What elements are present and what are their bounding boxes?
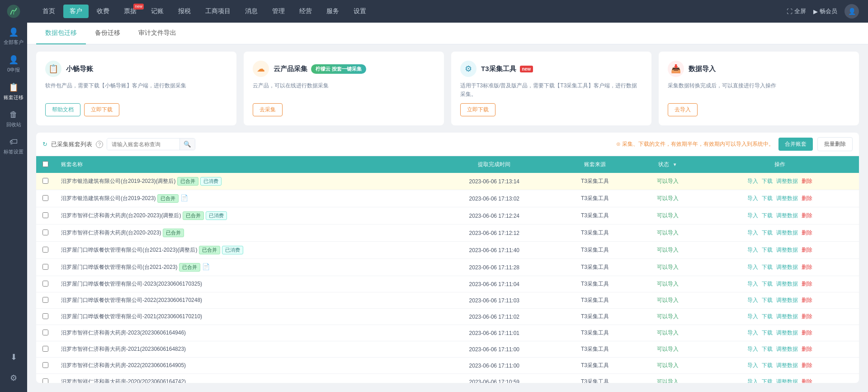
row-checkbox[interactable] [42, 212, 48, 218]
nav-biz-project[interactable]: 工商项目 [199, 5, 237, 18]
row-checkbox[interactable] [42, 178, 48, 184]
import-link[interactable]: 导入 [747, 178, 758, 184]
tab-backup-migrate[interactable]: 备份迁移 [86, 23, 129, 44]
help-icon[interactable]: ? [96, 141, 103, 148]
download-link[interactable]: 下载 [762, 195, 773, 201]
download-link[interactable]: 下载 [762, 247, 773, 253]
help-doc-btn[interactable]: 帮助文档 [45, 103, 80, 116]
batch-delete-btn[interactable]: 批量删除 [817, 137, 853, 151]
delete-link[interactable]: 删除 [802, 229, 812, 236]
user-avatar[interactable]: 👤 [844, 4, 859, 19]
download-link[interactable]: 下载 [762, 378, 773, 383]
download-link[interactable]: 下载 [762, 297, 773, 303]
delete-link[interactable]: 删除 [802, 212, 812, 219]
download-link[interactable]: 下载 [762, 178, 773, 184]
row-checkbox[interactable] [42, 195, 48, 201]
nav-service[interactable]: 服务 [320, 5, 345, 18]
sidebar-item-zero-report[interactable]: 👤 0申报 [0, 50, 27, 78]
import-link[interactable]: 导入 [747, 247, 758, 253]
adjust-link[interactable]: 调整数据 [776, 297, 798, 303]
go-collect-btn[interactable]: 去采集 [253, 103, 283, 116]
adjust-link[interactable]: 调整数据 [776, 330, 798, 336]
delete-link[interactable]: 删除 [802, 313, 812, 320]
go-import-btn[interactable]: 去导入 [668, 103, 698, 116]
adjust-link[interactable]: 调整数据 [776, 362, 798, 368]
member-btn[interactable]: ▶ 畅会员 [813, 7, 837, 15]
select-all-checkbox[interactable] [42, 161, 48, 167]
nav-client[interactable]: 客户 [63, 5, 89, 18]
nav-home[interactable]: 首页 [36, 5, 61, 18]
download-link[interactable]: 下载 [762, 346, 773, 352]
nav-operation[interactable]: 经营 [293, 5, 318, 18]
sidebar-item-recycle-bin[interactable]: 🗑 回收站 [0, 105, 27, 133]
row-checkbox[interactable] [42, 362, 48, 368]
adjust-link[interactable]: 调整数据 [776, 247, 798, 253]
logo[interactable] [0, 0, 27, 23]
nav-management[interactable]: 管理 [266, 5, 291, 18]
row-checkbox[interactable] [42, 346, 48, 352]
download-link[interactable]: 下载 [762, 264, 773, 270]
delete-link[interactable]: 删除 [802, 281, 812, 287]
fullscreen-btn[interactable]: ⛶ 全屏 [787, 7, 806, 15]
download-now-btn[interactable]: 立即下载 [84, 103, 119, 116]
nav-invoice[interactable]: 票据 new [118, 5, 143, 18]
merge-btn[interactable]: 合并账套 [778, 138, 813, 151]
sidebar-item-all-clients[interactable]: 👤 全部客户 [0, 23, 27, 50]
search-btn[interactable]: 🔍 [179, 139, 195, 150]
download-link[interactable]: 下载 [762, 362, 773, 368]
row-checkbox[interactable] [42, 229, 48, 235]
row-checkbox[interactable] [42, 330, 48, 335]
import-link[interactable]: 导入 [747, 195, 758, 201]
adjust-link[interactable]: 调整数据 [776, 195, 798, 201]
delete-link[interactable]: 删除 [802, 346, 812, 352]
row-checkbox[interactable] [42, 313, 48, 319]
import-link[interactable]: 导入 [747, 378, 758, 383]
sidebar-settings[interactable]: ⚙ [0, 368, 27, 387]
download-link[interactable]: 下载 [762, 281, 773, 287]
download-link[interactable]: 下载 [762, 330, 773, 336]
import-link[interactable]: 导入 [747, 362, 758, 368]
import-link[interactable]: 导入 [747, 346, 758, 352]
nav-message[interactable]: 消息 [239, 5, 264, 18]
import-link[interactable]: 导入 [747, 297, 758, 303]
sidebar-item-tag-settings[interactable]: 🏷 标签设置 [0, 133, 27, 160]
delete-link[interactable]: 删除 [802, 362, 812, 368]
refresh-icon[interactable]: ↻ [42, 141, 47, 148]
import-link[interactable]: 导入 [747, 281, 758, 287]
adjust-link[interactable]: 调整数据 [776, 346, 798, 352]
import-link[interactable]: 导入 [747, 330, 758, 336]
download-link[interactable]: 下载 [762, 313, 773, 320]
adjust-link[interactable]: 调整数据 [776, 378, 798, 383]
adjust-link[interactable]: 调整数据 [776, 313, 798, 320]
download-link[interactable]: 下载 [762, 212, 773, 219]
row-checkbox[interactable] [42, 247, 48, 253]
adjust-link[interactable]: 调整数据 [776, 212, 798, 219]
row-file-icon[interactable]: 📄 [180, 194, 188, 201]
import-link[interactable]: 导入 [747, 212, 758, 219]
nav-settings[interactable]: 设置 [347, 5, 373, 18]
delete-link[interactable]: 删除 [802, 178, 812, 184]
import-link[interactable]: 导入 [747, 264, 758, 270]
delete-link[interactable]: 删除 [802, 330, 812, 336]
download-t3-btn[interactable]: 立即下载 [460, 103, 495, 116]
delete-link[interactable]: 删除 [802, 247, 812, 253]
delete-link[interactable]: 删除 [802, 378, 812, 383]
sidebar-item-account-migrate[interactable]: 📋 账套迁移 [0, 78, 27, 105]
adjust-link[interactable]: 调整数据 [776, 178, 798, 184]
row-checkbox[interactable] [42, 264, 48, 270]
import-link[interactable]: 导入 [747, 313, 758, 320]
adjust-link[interactable]: 调整数据 [776, 281, 798, 287]
tab-audit-export[interactable]: 审计文件导出 [129, 23, 185, 44]
row-checkbox[interactable] [42, 378, 48, 383]
nav-bookkeeping[interactable]: 记账 [145, 5, 170, 18]
row-file-icon[interactable]: 📄 [202, 263, 210, 270]
row-checkbox[interactable] [42, 297, 48, 303]
delete-link[interactable]: 删除 [802, 195, 812, 201]
delete-link[interactable]: 删除 [802, 297, 812, 303]
search-input[interactable] [107, 139, 179, 150]
adjust-link[interactable]: 调整数据 [776, 229, 798, 236]
nav-billing[interactable]: 收费 [90, 5, 116, 18]
download-link[interactable]: 下载 [762, 229, 773, 236]
nav-tax[interactable]: 报税 [172, 5, 197, 18]
adjust-link[interactable]: 调整数据 [776, 264, 798, 270]
